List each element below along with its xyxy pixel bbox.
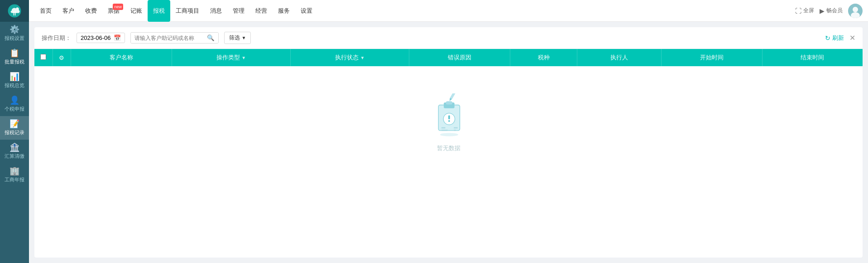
sidebar-item-baoshui-jilu[interactable]: 📝 报税记录 <box>0 116 29 140</box>
main-content: 首页 客户 收费 票据 new 记账 报税 工商项目 消息 管理 经营 <box>29 0 868 263</box>
search-input[interactable] <box>131 33 203 43</box>
nav-business[interactable]: 工商项目 <box>170 0 205 22</box>
settings-icon: ⚙ <box>59 54 64 61</box>
chevron-down-icon: ▼ <box>242 35 246 40</box>
sort-operation-icon: ▼ <box>241 55 246 60</box>
svg-rect-13 <box>441 127 445 129</box>
search-button[interactable]: 🔍 <box>203 33 218 43</box>
svg-point-12 <box>448 120 450 122</box>
piliang-baoshui-icon: 📋 <box>10 49 19 57</box>
data-table: ⚙ 客户名称 操作类型 ▼ 执行状态 ▼ <box>34 49 863 180</box>
refresh-icon: ↻ <box>825 34 830 42</box>
svg-rect-16 <box>453 130 456 131</box>
search-icon: 🔍 <box>207 34 215 41</box>
svg-point-2 <box>853 7 858 12</box>
toolbar: 操作日期： 2023-06-06 📅 🔍 筛选 ▼ <box>34 27 863 49</box>
empty-illustration <box>426 93 471 139</box>
baoshui-shezhi-icon: ⚙️ <box>10 25 19 34</box>
nav-services[interactable]: 服务 <box>273 0 295 22</box>
baoshui-jilu-icon: 📝 <box>10 120 19 128</box>
sidebar: ⚙️ 报税设置 📋 批量报税 📊 报税总览 👤 个税申报 📝 报税记录 🏦 汇算… <box>0 0 29 263</box>
svg-rect-15 <box>453 127 457 129</box>
empty-state-row: 暂无数据 <box>34 66 863 180</box>
nav-billing[interactable]: 收费 <box>80 0 102 22</box>
sidebar-logo[interactable] <box>0 0 29 22</box>
date-label: 操作日期： <box>42 34 71 42</box>
filter-label: 筛选 <box>229 34 240 42</box>
search-box: 🔍 <box>130 32 219 44</box>
col-tax-type: 税种 <box>510 49 577 66</box>
nav-operations[interactable]: 经营 <box>250 0 273 22</box>
avatar[interactable] <box>848 4 863 18</box>
nav-settings[interactable]: 设置 <box>295 0 318 22</box>
sort-status-icon: ▼ <box>360 55 364 60</box>
topnav-right: ⛶ 全屏 ▶ 畅会员 <box>795 4 863 18</box>
table-container: ⚙ 客户名称 操作类型 ▼ 执行状态 ▼ <box>34 49 863 258</box>
content-area: 操作日期： 2023-06-06 📅 🔍 筛选 ▼ <box>29 22 868 263</box>
baoshui-zonglv-icon: 📊 <box>10 73 19 81</box>
member-icon: ▶ <box>820 7 825 15</box>
main-panel: 操作日期： 2023-06-06 📅 🔍 筛选 ▼ <box>34 27 863 258</box>
col-error-reason: 错误原因 <box>409 49 510 66</box>
nav-tickets[interactable]: 票据 new <box>102 0 125 22</box>
col-end-time: 结束时间 <box>762 49 863 66</box>
col-start-time: 开始时间 <box>661 49 762 66</box>
col-checkbox <box>34 49 53 66</box>
svg-rect-14 <box>441 130 448 131</box>
empty-state: 暂无数据 <box>34 66 863 180</box>
sidebar-item-baoshui-zonglv[interactable]: 📊 报税总览 <box>0 69 29 93</box>
svg-rect-4 <box>450 93 458 99</box>
nav-messages[interactable]: 消息 <box>205 0 227 22</box>
sidebar-item-huisuan-jiaona[interactable]: 🏦 汇算清缴 <box>0 140 29 163</box>
geshui-shenbao-icon: 👤 <box>10 96 19 104</box>
huisuan-jiaona-icon: 🏦 <box>10 143 19 151</box>
nav-tax[interactable]: 报税 <box>148 0 170 22</box>
new-badge: new <box>113 4 123 10</box>
empty-text: 暂无数据 <box>437 144 460 152</box>
col-operation-type[interactable]: 操作类型 ▼ <box>172 49 290 66</box>
refresh-button[interactable]: ↻ 刷新 <box>825 34 844 42</box>
top-nav: 首页 客户 收费 票据 new 记账 报税 工商项目 消息 管理 经营 <box>29 0 868 22</box>
nav-records[interactable]: 记账 <box>125 0 148 22</box>
col-client-name: 客户名称 <box>71 49 172 66</box>
date-value: 2023-06-06 <box>81 34 111 41</box>
nav-clients[interactable]: 客户 <box>57 0 80 22</box>
svg-rect-9 <box>446 101 452 104</box>
nav-home[interactable]: 首页 <box>34 0 57 22</box>
svg-rect-11 <box>448 115 450 119</box>
sidebar-item-baoshui-shezhi[interactable]: ⚙️ 报税设置 <box>0 22 29 45</box>
col-exec-status[interactable]: 执行状态 ▼ <box>290 49 409 66</box>
close-button[interactable]: ✕ <box>849 34 855 42</box>
filter-button[interactable]: 筛选 ▼ <box>224 32 251 44</box>
table-header-row: ⚙ 客户名称 操作类型 ▼ 执行状态 ▼ <box>34 49 863 66</box>
member-button[interactable]: ▶ 畅会员 <box>820 7 843 15</box>
col-executor: 执行人 <box>577 49 661 66</box>
gongshang-nianbao-icon: 🏢 <box>10 167 19 175</box>
select-all-checkbox[interactable] <box>40 54 46 60</box>
toolbar-right: ↻ 刷新 ✕ <box>825 34 855 42</box>
sidebar-item-gongshang-nianbao[interactable]: 🏢 工商年报 <box>0 163 29 187</box>
sidebar-item-piliang-baoshui[interactable]: 📋 批量报税 <box>0 45 29 69</box>
sidebar-item-geshui-shenbao[interactable]: 👤 个税申报 <box>0 93 29 116</box>
col-settings[interactable]: ⚙ <box>53 49 71 66</box>
calendar-icon: 📅 <box>114 34 121 41</box>
svg-point-17 <box>440 133 458 136</box>
fullscreen-button[interactable]: ⛶ 全屏 <box>795 7 814 15</box>
date-picker[interactable]: 2023-06-06 📅 <box>77 33 125 43</box>
nav-management[interactable]: 管理 <box>227 0 250 22</box>
fullscreen-icon: ⛶ <box>795 7 801 15</box>
